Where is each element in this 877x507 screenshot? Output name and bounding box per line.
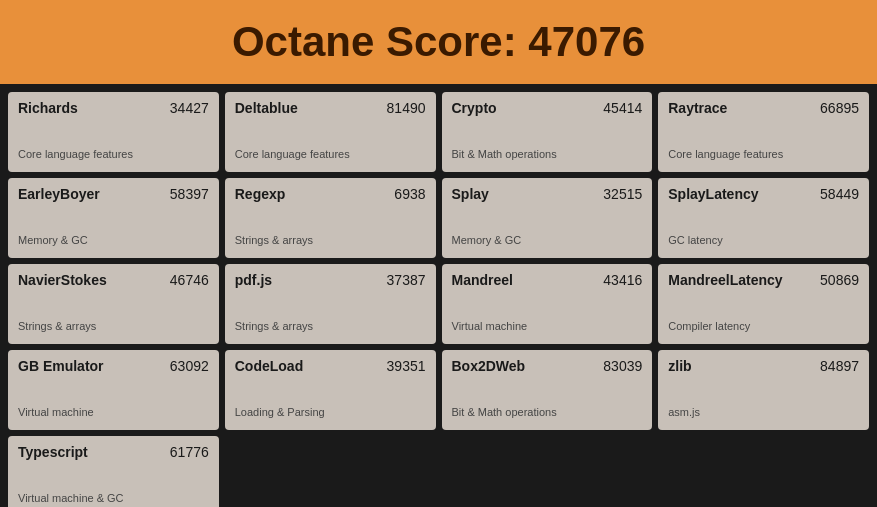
benchmark-card: SplayLatency 58449 GC latency [658, 178, 869, 258]
benchmark-name: SplayLatency [668, 186, 758, 202]
header: Octane Score: 47076 [0, 0, 877, 84]
card-header: Splay 32515 [452, 186, 643, 202]
benchmark-category: Bit & Math operations [452, 406, 643, 418]
benchmark-card: NavierStokes 46746 Strings & arrays [8, 264, 219, 344]
benchmark-score: 43416 [603, 272, 642, 288]
benchmark-category: Virtual machine [18, 406, 209, 418]
benchmark-category: Core language features [668, 148, 859, 160]
benchmark-card: CodeLoad 39351 Loading & Parsing [225, 350, 436, 430]
benchmark-name: Typescript [18, 444, 88, 460]
empty-cell [225, 436, 436, 507]
benchmark-card: EarleyBoyer 58397 Memory & GC [8, 178, 219, 258]
benchmark-name: zlib [668, 358, 691, 374]
benchmark-name: Crypto [452, 100, 497, 116]
benchmark-name: pdf.js [235, 272, 272, 288]
card-header: MandreelLatency 50869 [668, 272, 859, 288]
benchmark-category: Bit & Math operations [452, 148, 643, 160]
benchmark-name: Richards [18, 100, 78, 116]
benchmark-category: GC latency [668, 234, 859, 246]
card-header: Typescript 61776 [18, 444, 209, 460]
benchmark-score: 6938 [394, 186, 425, 202]
card-header: SplayLatency 58449 [668, 186, 859, 202]
benchmark-card: Splay 32515 Memory & GC [442, 178, 653, 258]
benchmark-card: Deltablue 81490 Core language features [225, 92, 436, 172]
benchmark-card: Mandreel 43416 Virtual machine [442, 264, 653, 344]
card-header: Richards 34427 [18, 100, 209, 116]
benchmark-score: 83039 [603, 358, 642, 374]
card-header: Mandreel 43416 [452, 272, 643, 288]
benchmark-score: 61776 [170, 444, 209, 460]
benchmark-name: MandreelLatency [668, 272, 782, 288]
benchmark-category: Core language features [18, 148, 209, 160]
benchmark-category: Strings & arrays [235, 234, 426, 246]
benchmark-score: 32515 [603, 186, 642, 202]
benchmark-grid: Richards 34427 Core language features De… [0, 84, 877, 507]
benchmark-score: 50869 [820, 272, 859, 288]
benchmark-card: Richards 34427 Core language features [8, 92, 219, 172]
benchmark-card: Regexp 6938 Strings & arrays [225, 178, 436, 258]
benchmark-name: Box2DWeb [452, 358, 526, 374]
benchmark-score: 39351 [387, 358, 426, 374]
card-header: NavierStokes 46746 [18, 272, 209, 288]
benchmark-category: Virtual machine [452, 320, 643, 332]
benchmark-score: 37387 [387, 272, 426, 288]
benchmark-name: Deltablue [235, 100, 298, 116]
card-header: zlib 84897 [668, 358, 859, 374]
benchmark-score: 81490 [387, 100, 426, 116]
card-header: Box2DWeb 83039 [452, 358, 643, 374]
benchmark-category: Memory & GC [452, 234, 643, 246]
benchmark-category: Memory & GC [18, 234, 209, 246]
benchmark-score: 66895 [820, 100, 859, 116]
benchmark-card: Typescript 61776 Virtual machine & GC [8, 436, 219, 507]
benchmark-name: EarleyBoyer [18, 186, 100, 202]
benchmark-name: Splay [452, 186, 489, 202]
benchmark-name: GB Emulator [18, 358, 104, 374]
card-header: EarleyBoyer 58397 [18, 186, 209, 202]
card-header: Raytrace 66895 [668, 100, 859, 116]
benchmark-name: Raytrace [668, 100, 727, 116]
benchmark-category: Compiler latency [668, 320, 859, 332]
benchmark-score: 84897 [820, 358, 859, 374]
benchmark-category: Strings & arrays [18, 320, 209, 332]
benchmark-name: NavierStokes [18, 272, 107, 288]
benchmark-category: Strings & arrays [235, 320, 426, 332]
benchmark-category: Loading & Parsing [235, 406, 426, 418]
benchmark-score: 63092 [170, 358, 209, 374]
benchmark-card: zlib 84897 asm.js [658, 350, 869, 430]
benchmark-category: Virtual machine & GC [18, 492, 209, 504]
benchmark-score: 45414 [603, 100, 642, 116]
benchmark-name: CodeLoad [235, 358, 303, 374]
benchmark-card: MandreelLatency 50869 Compiler latency [658, 264, 869, 344]
benchmark-category: Core language features [235, 148, 426, 160]
empty-cell [442, 436, 653, 507]
benchmark-card: Crypto 45414 Bit & Math operations [442, 92, 653, 172]
card-header: Regexp 6938 [235, 186, 426, 202]
card-header: Deltablue 81490 [235, 100, 426, 116]
card-header: pdf.js 37387 [235, 272, 426, 288]
benchmark-card: pdf.js 37387 Strings & arrays [225, 264, 436, 344]
benchmark-score: 58397 [170, 186, 209, 202]
benchmark-score: 46746 [170, 272, 209, 288]
empty-cell [658, 436, 869, 507]
benchmark-card: GB Emulator 63092 Virtual machine [8, 350, 219, 430]
benchmark-score: 58449 [820, 186, 859, 202]
card-header: GB Emulator 63092 [18, 358, 209, 374]
benchmark-score: 34427 [170, 100, 209, 116]
benchmark-card: Raytrace 66895 Core language features [658, 92, 869, 172]
benchmark-name: Mandreel [452, 272, 513, 288]
card-header: CodeLoad 39351 [235, 358, 426, 374]
octane-score-title: Octane Score: 47076 [232, 18, 645, 65]
benchmark-category: asm.js [668, 406, 859, 418]
benchmark-name: Regexp [235, 186, 286, 202]
card-header: Crypto 45414 [452, 100, 643, 116]
benchmark-card: Box2DWeb 83039 Bit & Math operations [442, 350, 653, 430]
